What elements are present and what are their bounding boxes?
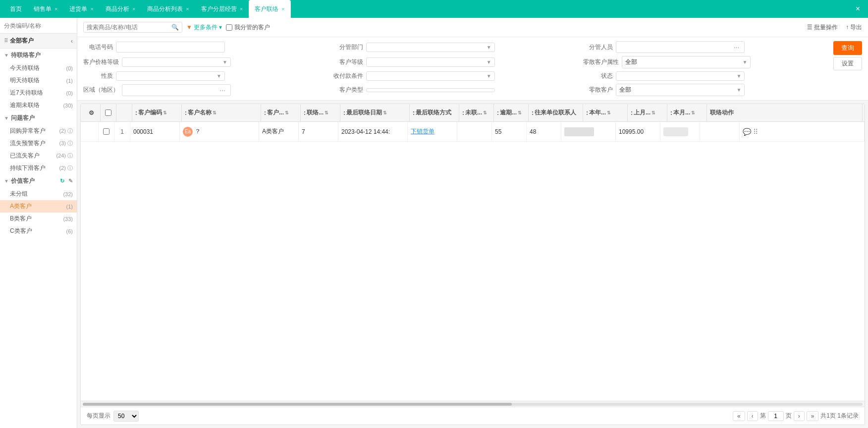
close-customer-tier-tab[interactable]: × — [240, 6, 243, 12]
th-this-year-amount[interactable]: : 本年... ⇅ — [583, 104, 628, 121]
nav-tab-customer-contact[interactable]: 客户联络 × — [249, 0, 290, 18]
query-button[interactable]: 查询 — [833, 41, 862, 55]
sidebar-item-churn-warning[interactable]: 流失预警客户 (3) ⓘ — [0, 137, 77, 150]
refresh-icon[interactable]: ↻ — [60, 178, 64, 184]
nav-tab-purchase[interactable]: 进货单 × — [63, 0, 99, 18]
close-customer-contact-tab[interactable]: × — [281, 6, 284, 12]
sidebar-item-today-pending[interactable]: 今天待联络 (0) — [0, 62, 77, 74]
select-all-checkbox[interactable] — [105, 109, 111, 116]
filter-phone: 电话号码 — [83, 42, 326, 53]
close-purchase-tab[interactable]: × — [90, 6, 93, 12]
sidebar-group-value-customers[interactable]: ▼ 价值客户 ↻ ✎ — [0, 174, 77, 188]
filter-manager-label: 分管人员 — [583, 43, 613, 52]
filter-price-level: 客户价格等级 ▼ — [83, 57, 326, 67]
next-page-button[interactable]: › — [794, 411, 805, 421]
filter-icon: ▼ — [186, 24, 192, 31]
sidebar-item-overdue-contact[interactable]: 逾期未联络 (30) — [0, 99, 77, 111]
nav-tab-analysis-list[interactable]: 商品分析列表 × — [141, 0, 195, 18]
sidebar-group-problem-customers[interactable]: ▼ 问题客户 — [0, 111, 77, 125]
td-this-month-1 — [700, 122, 740, 141]
th-overdue-days[interactable]: : 逾期... ⇅ — [494, 104, 529, 121]
filter-customer-type-select[interactable] — [366, 88, 495, 92]
nav-tab-analysis[interactable]: 商品分析 × — [100, 0, 141, 18]
sidebar-item-churned[interactable]: 已流失客户 (24) ⓘ — [0, 150, 77, 162]
sort-contact-icon: ⇅ — [325, 110, 328, 115]
th-no-contact-days[interactable]: : 未联... ⇅ — [459, 104, 494, 121]
sidebar-item-tomorrow-pending[interactable]: 明天待联络 (1) — [0, 74, 77, 87]
main-search-icon[interactable]: 🔍 — [171, 24, 179, 31]
nav-home[interactable]: 首页 — [4, 0, 28, 18]
action-comment-icon[interactable]: 💬 — [743, 128, 751, 136]
first-page-button[interactable]: « — [733, 411, 745, 421]
td-customer-level-1: A类客户 — [259, 122, 299, 141]
close-analysis-list-tab[interactable]: × — [186, 6, 189, 12]
th-customer-name[interactable]: : 客户名称 ⇅ — [182, 104, 261, 121]
action-more-icon[interactable]: ⠿ — [753, 128, 758, 136]
sidebar-item-class-c[interactable]: C类客户 (6) — [0, 225, 77, 237]
th-customer-code[interactable]: : 客户编码 ⇅ — [132, 104, 182, 121]
th-last-contact-date[interactable]: : 最后联络日期 ⇅ — [340, 104, 410, 121]
top-navigation: 首页 销售单 × 进货单 × 商品分析 × 商品分析列表 × 客户分层经营 × … — [0, 0, 868, 18]
last-page-button[interactable]: » — [807, 411, 819, 421]
filter-manager-select[interactable]: ··· — [616, 41, 745, 53]
close-sales-tab[interactable]: × — [54, 6, 57, 12]
per-page-select[interactable]: 50 100 200 — [113, 411, 139, 422]
settings-button[interactable]: 设置 — [833, 57, 862, 70]
scrollbar-thumb[interactable] — [83, 403, 512, 406]
th-last-contact-method[interactable]: : 最后联络方式 — [410, 104, 459, 121]
sidebar-collapse-icon[interactable]: ‹ — [71, 37, 73, 45]
arrow-down-icon-3: ▼ — [4, 178, 9, 184]
filter-customer-level-select[interactable]: ▼ — [366, 57, 495, 67]
th-checkbox[interactable] — [101, 104, 116, 121]
sort-year-icon: ⇅ — [607, 110, 611, 115]
sidebar-item-7day-pending[interactable]: 近7天待联络 (0) — [0, 87, 77, 99]
last-method-link-1[interactable]: 下销货单 — [411, 127, 434, 136]
filter-retail-customer-select[interactable]: 全部 ▼ — [616, 84, 745, 96]
customer-table: ⚙ : 客户编码 ⇅ : 客户名称 ⇅ : 客户... — [80, 104, 865, 425]
filter-phone-input[interactable] — [116, 42, 225, 53]
filter-region-select[interactable]: ··· — [122, 84, 231, 96]
td-last-contact-method-1[interactable]: 下销货单 — [408, 122, 457, 141]
sidebar-item-repurchase-abnormal[interactable]: 回购异常客户 (2) ⓘ — [0, 125, 77, 137]
prev-page-button[interactable]: ‹ — [747, 411, 758, 421]
th-customer-level[interactable]: : 客户... ⇅ — [261, 104, 301, 121]
nav-tab-sales[interactable]: 销售单 × — [28, 0, 63, 18]
my-customers-checkbox[interactable] — [226, 24, 232, 31]
sidebar-item-class-a[interactable]: A类客户 (1) — [0, 200, 77, 213]
batch-operations-button[interactable]: ☰ 批量操作 — [807, 23, 838, 32]
main-search-input[interactable] — [87, 24, 169, 31]
customer-avatar-1: Ea — [183, 127, 193, 137]
filter-status-select[interactable]: ▼ — [616, 71, 745, 81]
close-analysis-tab[interactable]: × — [132, 6, 135, 12]
page-number-input[interactable] — [768, 411, 784, 421]
filter-price-level-select[interactable]: ▼ — [122, 57, 231, 67]
th-settings[interactable]: ⚙ — [83, 104, 101, 121]
row-checkbox-1[interactable] — [103, 128, 109, 135]
filter-nature: 性质 ▼ — [83, 71, 326, 81]
manager-dots-icon[interactable]: ··· — [732, 43, 742, 51]
filter-dept-select[interactable]: ▼ — [366, 43, 495, 52]
th-contact-count[interactable]: : 联络... ⇅ — [301, 104, 340, 121]
more-conditions-button[interactable]: ▼ 更多条件 ▾ — [186, 23, 222, 32]
edit-icon[interactable]: ✎ — [68, 178, 73, 184]
filter-customer-type: 客户类型 — [333, 86, 576, 94]
th-last-month-amount[interactable]: : 上月... ⇅ — [628, 104, 667, 121]
sidebar-group-pending-contact[interactable]: ▼ 待联络客户 — [0, 49, 77, 62]
nav-tab-customer-tier[interactable]: 客户分层经营 × — [195, 0, 249, 18]
dept-select-caret: ▼ — [487, 45, 491, 50]
filter-nature-select[interactable]: ▼ — [116, 71, 225, 81]
th-unit-contact[interactable]: : 往来单位联系人 — [529, 104, 583, 121]
horizontal-scrollbar[interactable] — [81, 401, 865, 407]
window-close-button[interactable]: × — [852, 4, 864, 13]
sidebar-item-declining[interactable]: 持续下滑客户 (2) ⓘ — [0, 162, 77, 174]
filter-retail-attr-select[interactable]: 全部 ▼ — [622, 56, 751, 68]
filter-payment-select[interactable]: ▼ — [366, 71, 495, 81]
region-dots-icon[interactable]: ··· — [217, 86, 227, 94]
th-this-month-amount[interactable]: : 本月... ⇅ — [667, 104, 707, 121]
sidebar-item-class-b[interactable]: B类客户 (33) — [0, 213, 77, 225]
total-records-label: 共1页 1条记录 — [820, 412, 859, 420]
sidebar-item-ungrouped[interactable]: 未分组 (32) — [0, 188, 77, 200]
export-button[interactable]: ↑ 导出 — [846, 23, 862, 32]
td-checkbox-1[interactable] — [99, 122, 114, 141]
sidebar-search-input[interactable] — [4, 22, 77, 29]
